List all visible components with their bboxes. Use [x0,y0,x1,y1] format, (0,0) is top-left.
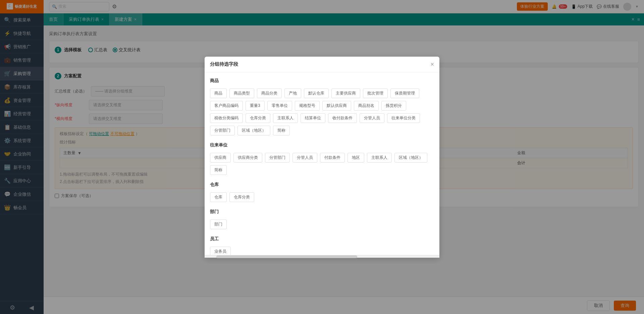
field-tag-0-19[interactable]: 收付款条件 [328,113,357,123]
field-tags-3: 部门 [210,219,434,229]
field-tag-0-2[interactable]: 商品分类 [257,88,282,98]
field-tag-1-3[interactable]: 分管人员 [292,153,317,163]
field-tag-0-6[interactable]: 批次管理 [363,88,388,98]
field-tags-0: 商品商品类型商品分类产地默认仓库主要供应商批次管理保质期管理客户商品编码重量3零… [210,88,434,135]
field-tag-1-6[interactable]: 主联系人 [367,153,392,163]
field-tag-0-24[interactable]: 简称 [273,126,290,135]
field-tag-4-0[interactable]: 业务员 [210,247,231,255]
modal-body: 商品商品商品类型商品分类产地默认仓库主要供应商批次管理保质期管理客户商品编码重量… [205,72,439,255]
field-tag-1-1[interactable]: 供应商分类 [233,153,262,163]
modal-close-btn[interactable]: × [430,61,434,67]
field-tag-0-1[interactable]: 商品类型 [229,88,254,98]
field-category-4: 员工业务员 [210,236,434,255]
field-tag-2-0[interactable]: 仓库 [210,192,227,202]
category-title-1: 往来单位 [210,142,434,149]
field-tag-0-12[interactable]: 默认供应商 [322,101,351,111]
field-tag-0-4[interactable]: 默认仓库 [304,88,329,98]
field-tag-0-13[interactable]: 商品别名 [354,101,379,111]
category-title-3: 部门 [210,209,434,216]
category-title-4: 员工 [210,236,434,243]
field-tags-4: 业务员 [210,247,434,255]
category-title-2: 仓库 [210,182,434,189]
field-tag-1-2[interactable]: 分管部门 [265,153,290,163]
field-tag-0-10[interactable]: 零售单位 [267,101,292,111]
field-category-0: 商品商品商品类型商品分类产地默认仓库主要供应商批次管理保质期管理客户商品编码重量… [210,78,434,135]
field-tag-1-4[interactable]: 付款条件 [320,153,345,163]
field-tag-0-11[interactable]: 规格型号 [295,101,320,111]
field-tag-0-7[interactable]: 保质期管理 [390,88,419,98]
field-tag-1-7[interactable]: 区域（地区） [394,153,427,163]
field-tag-0-5[interactable]: 主要供应商 [331,88,360,98]
field-tag-0-22[interactable]: 分管部门 [210,126,235,135]
field-tag-0-14[interactable]: 拣货积分 [381,101,406,111]
field-select-modal: 分组待选字段 × 商品商品商品类型商品分类产地默认仓库主要供应商批次管理保质期管… [205,57,439,258]
field-tag-1-8[interactable]: 简称 [210,165,227,175]
field-tags-2: 仓库仓库分类 [210,192,434,202]
field-tag-0-15[interactable]: 税收分类编码 [210,113,243,123]
field-tag-0-16[interactable]: 仓库分类 [246,113,270,123]
field-tag-0-20[interactable]: 分管人员 [360,113,384,123]
field-tag-0-8[interactable]: 客户商品编码 [210,101,243,111]
modal-header: 分组待选字段 × [205,57,439,72]
modal-overlay: 分组待选字段 × 商品商品商品类型商品分类产地默认仓库主要供应商批次管理保质期管… [0,0,644,314]
field-tag-0-21[interactable]: 往来单位分类 [387,113,420,123]
field-tag-0-9[interactable]: 重量3 [246,101,265,111]
field-tag-1-5[interactable]: 地区 [347,153,364,163]
modal-title: 分组待选字段 [210,61,238,67]
field-tag-0-17[interactable]: 主联系人 [273,113,298,123]
field-category-2: 仓库仓库仓库分类 [210,182,434,202]
field-tag-2-1[interactable]: 仓库分类 [229,192,254,202]
modal-scroll-track [205,255,439,258]
field-category-1: 往来单位供应商供应商分类分管部门分管人员付款条件地区主联系人区域（地区）简称 [210,142,434,175]
field-tag-3-0[interactable]: 部门 [210,219,227,229]
modal-scroll-thumb [216,255,357,258]
field-tag-0-18[interactable]: 结算单位 [301,113,325,123]
field-tag-1-0[interactable]: 供应商 [210,153,231,163]
field-tag-0-0[interactable]: 商品 [210,88,227,98]
field-tags-1: 供应商供应商分类分管部门分管人员付款条件地区主联系人区域（地区）简称 [210,153,434,175]
category-title-0: 商品 [210,78,434,85]
field-tag-0-3[interactable]: 产地 [284,88,301,98]
field-category-3: 部门部门 [210,209,434,229]
field-tag-0-23[interactable]: 区域（地区） [237,126,270,135]
